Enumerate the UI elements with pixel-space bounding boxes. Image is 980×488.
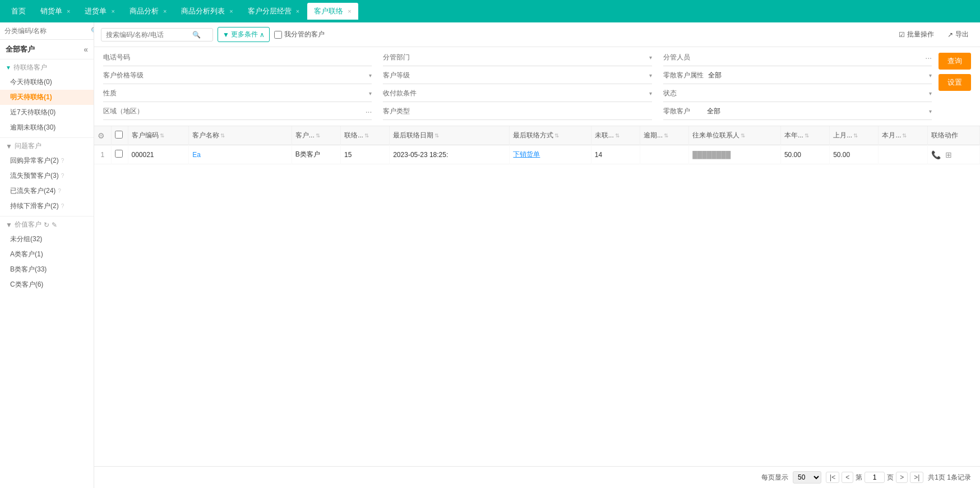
- nav-product-analysis-list[interactable]: 商品分析列表 ×: [174, 3, 239, 20]
- filter-nature: 性质 ▾: [103, 89, 372, 102]
- filter-phone: 电话号码: [103, 53, 372, 66]
- filter-retail-select[interactable]: 全部 ▾: [707, 107, 932, 116]
- per-page-select[interactable]: 50 100 200: [793, 471, 821, 484]
- row-select-checkbox[interactable]: [115, 150, 123, 158]
- close-customer-tier-icon[interactable]: ×: [296, 8, 299, 15]
- filter-payment-select[interactable]: ▾: [427, 90, 651, 96]
- more-conditions-btn[interactable]: ▼ 更多条件 ∧: [218, 27, 270, 42]
- table-row: 1 000021 Ea B类客户 15 2023-05-23 18:25: 下销…: [94, 145, 980, 164]
- close-purchase-icon[interactable]: ×: [111, 8, 114, 15]
- my-customers-checkbox[interactable]: 我分管的客户: [274, 30, 325, 39]
- sidebar-collapse-icon[interactable]: «: [84, 45, 88, 54]
- filter-nature-select[interactable]: ▾: [147, 90, 372, 96]
- last-page-btn[interactable]: >|: [910, 472, 923, 483]
- dots-icon-person[interactable]: ···: [925, 53, 932, 62]
- page-unit-label: 页: [887, 473, 894, 482]
- chevron-down-icon-cgrade: ▾: [649, 72, 652, 79]
- action-phone-icon[interactable]: 📞: [931, 150, 941, 159]
- sidebar-item-unclassified[interactable]: 未分组(32): [0, 232, 94, 247]
- sidebar-item-7days[interactable]: 近7天待联络(0): [0, 105, 94, 120]
- sidebar-item-b-class[interactable]: B类客户(33): [0, 262, 94, 277]
- sidebar-item-today[interactable]: 今天待联络(0): [0, 75, 94, 90]
- search-icon[interactable]: 🔍: [192, 31, 201, 39]
- batch-op-btn[interactable]: ☑ 批量操作: [894, 27, 939, 42]
- refresh-icon[interactable]: ↻: [44, 221, 49, 229]
- filter-region-label: 区域（地区）: [103, 107, 144, 116]
- row-checkbox[interactable]: [111, 145, 128, 164]
- chevron-down-icon-nature: ▾: [369, 90, 372, 96]
- row-last-contact-method[interactable]: 下销货单: [510, 145, 591, 164]
- filter-dept: 分管部门 ▾: [383, 53, 651, 66]
- filter-submit-actions: 查询 设置: [939, 53, 971, 91]
- close-customer-contact-icon[interactable]: ×: [348, 8, 351, 15]
- settings-button[interactable]: 设置: [939, 74, 971, 91]
- filter-retail-label: 零散客户: [663, 107, 702, 116]
- sidebar: 🔍 全部客户 « ▼ 待联络客户 今天待联络(0) 明天待联络(1) 近7天待联…: [0, 22, 94, 488]
- gear-icon[interactable]: ⚙: [98, 131, 105, 140]
- sidebar-item-churn-warning[interactable]: 流失预警客户(3) ?: [0, 168, 94, 183]
- filter-payment-label: 收付款条件: [383, 89, 422, 98]
- nav-purchase[interactable]: 进货单 ×: [78, 3, 121, 20]
- filter-scatter-attr-label: 零散客户属性: [663, 71, 704, 80]
- nav-customer-tier[interactable]: 客户分层经营 ×: [241, 3, 306, 20]
- th-contact-count: 联络... ⇅: [340, 126, 389, 145]
- filter-status-select[interactable]: ▾: [707, 90, 932, 96]
- filter-region-select[interactable]: ···: [148, 107, 372, 116]
- sidebar-item-tomorrow[interactable]: 明天待联络(1): [0, 90, 94, 105]
- sidebar-item-churned[interactable]: 已流失客户(24) ?: [0, 183, 94, 199]
- first-page-btn[interactable]: |<: [826, 472, 839, 483]
- th-name: 客户名称 ⇅: [189, 126, 292, 145]
- close-product-analysis-icon[interactable]: ×: [163, 8, 167, 15]
- sort-icon-overdue: ⇅: [664, 132, 668, 139]
- edit-icon[interactable]: ✎: [52, 221, 57, 229]
- table-area: ⚙ 客户编码 ⇅ 客户名称: [94, 126, 980, 466]
- nav-product-analysis[interactable]: 商品分析 ×: [123, 3, 173, 20]
- filter-customer-grade-select[interactable]: ▾: [427, 72, 651, 79]
- sidebar-item-declining[interactable]: 持续下滑客户(2) ?: [0, 199, 94, 214]
- row-uncontacted: 14: [591, 145, 640, 164]
- chevron-down-icon-status: ▾: [929, 90, 932, 96]
- page-number-input[interactable]: [865, 472, 885, 483]
- nav-sales[interactable]: 销货单 ×: [34, 3, 77, 20]
- th-uncontacted: 未联... ⇅: [591, 126, 640, 145]
- filter-customer-grade-label: 客户等级: [383, 71, 422, 80]
- next-page-btn[interactable]: >: [896, 472, 908, 483]
- row-this-month: [879, 145, 927, 164]
- filter-price-grade-select[interactable]: ▾: [148, 72, 372, 79]
- sort-icon-lmonth: ⇅: [853, 132, 858, 139]
- sidebar-item-overdue[interactable]: 逾期未联络(30): [0, 120, 94, 135]
- nav-home[interactable]: 首页: [4, 3, 33, 20]
- row-action: 📞 ⊞: [927, 145, 979, 164]
- filter-row-4: 区域（地区） ··· 客户类型: [103, 107, 932, 120]
- search-input[interactable]: [106, 31, 190, 39]
- filter-person-select[interactable]: ···: [707, 53, 932, 62]
- sidebar-search-input[interactable]: [4, 27, 89, 35]
- filter-dept-select[interactable]: ▾: [427, 54, 651, 61]
- filter-customer-type-label: 客户类型: [383, 107, 422, 116]
- sidebar-item-c-class[interactable]: C类客户(6): [0, 277, 94, 292]
- filter-retail-customer: 零散客户 全部 ▾: [663, 107, 932, 120]
- close-sales-icon[interactable]: ×: [67, 8, 70, 15]
- filter-row-3: 性质 ▾ 收付款条件 ▾: [103, 89, 932, 102]
- export-btn[interactable]: ↗ 导出: [943, 27, 973, 42]
- filter-phone-input[interactable]: [147, 54, 372, 62]
- my-customers-check[interactable]: [274, 31, 282, 39]
- table-body: 1 000021 Ea B类客户 15 2023-05-23 18:25: 下销…: [94, 145, 980, 164]
- select-all-checkbox[interactable]: [115, 131, 123, 139]
- page-nav: |< < 第 页 > >|: [826, 472, 923, 483]
- close-product-list-icon[interactable]: ×: [229, 8, 233, 15]
- value-group-icons: ↻ ✎: [44, 221, 57, 229]
- action-more-icon[interactable]: ⊞: [945, 150, 952, 159]
- filter-person-label: 分管人员: [663, 53, 702, 62]
- nav-customer-contact[interactable]: 客户联络 ×: [307, 3, 358, 20]
- dots-icon-region[interactable]: ···: [366, 107, 372, 116]
- query-button[interactable]: 查询: [939, 53, 971, 70]
- sidebar-item-a-class[interactable]: A类客户(1): [0, 247, 94, 262]
- sidebar-all-customers[interactable]: 全部客户 «: [0, 40, 94, 59]
- sidebar-item-repurchase-abnormal[interactable]: 回购异常客户(2) ?: [0, 153, 94, 168]
- filter-scatter-attr-select[interactable]: 全部 ▾: [708, 71, 932, 80]
- sort-icon-date: ⇅: [434, 132, 439, 139]
- pagination-bar: 每页显示 50 100 200 |< < 第 页 > >| 共1页 1条记录: [94, 466, 980, 488]
- sidebar-group-problem: ▼ 问题客户: [0, 137, 94, 153]
- prev-page-btn[interactable]: <: [842, 472, 853, 483]
